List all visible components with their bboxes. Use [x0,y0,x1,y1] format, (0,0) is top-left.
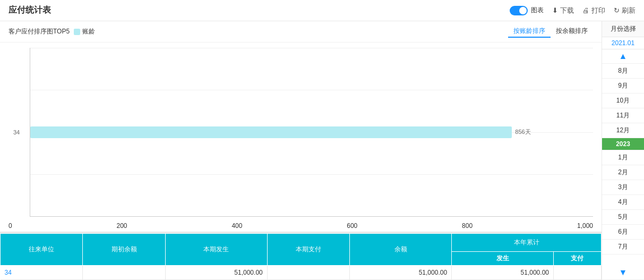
month-item-1[interactable]: 1月 [602,150,644,165]
refresh-label: 刷新 [622,6,636,15]
print-icon: 🖨 [582,6,589,14]
cell-payment-total [553,266,601,280]
download-icon: ⬇ [552,6,558,14]
table-row: 34 51,000.00 51,000.00 51,000.00 [1,266,602,280]
cell-unit: 34 [1,266,83,280]
summary-table: 往来单位 期初余额 本期发生 本期支付 余额 本年累计 发生 支付 [0,233,602,280]
month-item-7[interactable]: 7月 [602,240,644,254]
download-label: 下载 [560,6,574,15]
table-section: 往来单位 期初余额 本期发生 本期支付 余额 本年累计 发生 支付 [0,232,602,280]
x-label-800: 800 [462,222,473,230]
col-current-payment: 本期支付 [267,234,349,266]
col-payment-sub: 支付 [553,252,601,266]
cell-current-occurrence: 51,000.00 [165,266,267,280]
cell-balance: 51,000.00 [350,266,452,280]
page-title: 应付统计表 [8,5,51,16]
col-opening-balance: 期初余额 [83,234,165,266]
sort-by-age-button[interactable]: 按账龄排序 [508,26,551,38]
x-label-400: 400 [231,222,242,230]
refresh-button[interactable]: ↻ 刷新 [614,6,636,15]
month-item-3[interactable]: 3月 [602,180,644,195]
print-label: 打印 [591,6,605,15]
month-item-12[interactable]: 12月 [602,123,644,138]
unit-link[interactable]: 34 [5,269,12,276]
refresh-icon: ↻ [614,6,620,14]
year-marker-2023: 2023 [602,138,644,150]
cell-opening-balance [83,266,165,280]
month-item-9[interactable]: 9月 [602,79,644,94]
scroll-down-button[interactable]: ▼ [602,266,644,280]
legend-item-bar: 账龄 [74,27,95,36]
cell-current-payment [267,266,349,280]
legend-bar-label: 账龄 [82,27,95,36]
chart-header: 客户应付排序图TOP5 账龄 按账龄排序 按余额排序 [0,21,602,43]
chart-toggle[interactable]: 图表 [510,6,544,15]
toggle-thumb [519,7,527,14]
col-balance: 余额 [350,234,452,266]
table-header-row: 往来单位 期初余额 本期发生 本期支付 余额 本年累计 [1,234,602,252]
bar-row: 856天 [30,126,593,138]
x-axis: 0 200 400 600 800 1,000 [8,222,593,230]
month-item-4[interactable]: 4月 [602,195,644,210]
y-label-34: 34 [13,129,20,135]
toggle-track [510,6,528,15]
month-item-5[interactable]: 5月 [602,210,644,225]
month-item-8[interactable]: 8月 [602,64,644,79]
month-item-2[interactable]: 2月 [602,165,644,180]
bar-34 [30,126,512,138]
col-current-occurrence: 本期发生 [165,234,267,266]
col-occurrence-sub: 发生 [452,252,554,266]
month-item-11[interactable]: 11月 [602,108,644,123]
month-item-6[interactable]: 6月 [602,225,644,240]
chart-toggle-label: 图表 [531,6,544,15]
print-button[interactable]: 🖨 打印 [582,6,605,15]
col-incoming-unit: 往来单位 [1,234,83,266]
x-label-200: 200 [117,222,127,230]
month-picker-sidebar: 月份选择 2021.01 ▲ 8月 9月 10月 11月 12月 2023 1月… [602,21,644,280]
header-actions: 图表 ⬇ 下载 🖨 打印 ↻ 刷新 [510,6,636,15]
x-label-600: 600 [347,222,357,230]
bar-right-label: 856天 [515,128,530,136]
selected-year[interactable]: 2021.01 [602,37,644,49]
chart-area: 856天 34 0 200 400 600 800 1,000 [0,43,602,232]
legend-color-box [74,29,80,35]
col-current-year-total: 本年累计 [452,234,602,252]
download-button[interactable]: ⬇ 下载 [552,6,574,15]
scroll-up-button[interactable]: ▲ [602,49,644,64]
chart-legend: 客户应付排序图TOP5 账龄 [8,27,95,36]
chart-legend-label: 客户应付排序图TOP5 [8,27,70,36]
cell-occurrence-total: 51,000.00 [452,266,554,280]
month-list: 8月 9月 10月 11月 12月 2023 1月 2月 3月 4月 5月 6月… [602,64,644,266]
sidebar-header: 月份选择 [602,21,644,37]
sort-buttons: 按账龄排序 按余额排序 [508,26,593,38]
month-item-10[interactable]: 10月 [602,94,644,108]
x-label-0: 0 [8,222,12,230]
x-label-1000: 1,000 [577,222,593,230]
sort-by-amount-button[interactable]: 按余额排序 [551,26,593,38]
